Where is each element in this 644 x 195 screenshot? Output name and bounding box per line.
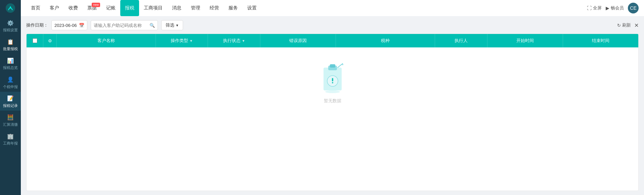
search-box[interactable]: 🔍 (91, 20, 158, 30)
select-all-checkbox[interactable] (33, 38, 37, 43)
table-header: ⚙ 客户名称 操作类型 ▼ 执行状态 ▼ 错误原因 (27, 34, 638, 47)
nav-customer[interactable]: 客户 (45, 0, 64, 16)
batch-tax-icon: 📋 (6, 38, 14, 46)
th-start-time: 开始时间 (487, 34, 563, 47)
personal-tax-icon: 👤 (6, 76, 14, 84)
filter-label: 筛选 (166, 22, 174, 28)
nav-baoshui[interactable]: 报税 (120, 0, 139, 16)
th-type: 操作类型 ▼ (156, 34, 208, 47)
table-container: ⚙ 客户名称 操作类型 ▼ 执行状态 ▼ 错误原因 (26, 34, 639, 191)
video-icon: ▶ (606, 5, 609, 11)
th-status: 执行状态 ▼ (208, 34, 260, 47)
annual-report-icon: 🏢 (6, 132, 14, 140)
fullscreen-icon: ⛶ (587, 5, 592, 11)
settlement-icon: 🧮 (6, 113, 14, 121)
content-area: 操作日期： 2023-06-06 📅 🔍 筛选 ▼ ↻ 刷新 (21, 16, 644, 195)
sidebar-logo (0, 0, 21, 16)
nav-home[interactable]: 首页 (26, 0, 45, 16)
nav-piao[interactable]: 票据 new (83, 0, 101, 16)
th-error: 错误原因 (260, 34, 336, 47)
avatar[interactable]: CE (628, 3, 639, 13)
svg-rect-3 (330, 64, 335, 68)
top-nav: 首页 客户 收费 票据 new 记账 报税 工商项目 消息 管理 经营 (21, 0, 644, 16)
main-area: 首页 客户 收费 票据 new 记账 报税 工商项目 消息 管理 经营 (21, 0, 644, 195)
sidebar-item-geshuishenbao[interactable]: 👤 个税申报 (0, 73, 21, 92)
nav-shezhi[interactable]: 设置 (243, 0, 261, 16)
new-badge: new (92, 3, 100, 7)
nav-guanli[interactable]: 管理 (186, 0, 205, 16)
sort-type-icon: ▼ (189, 39, 193, 43)
close-button[interactable]: ✕ (634, 22, 639, 29)
sidebar: ⚙️ 报税设置 📋 批量报税 📊 报税总览 👤 个税申报 📝 报税记录 🧮 汇算… (0, 0, 21, 195)
th-name: 客户名称 (57, 34, 156, 47)
sidebar-item-baoshuishezhi[interactable]: ⚙️ 报税设置 (0, 16, 21, 35)
th-end-time: 结束时间 (563, 34, 638, 47)
svg-point-9 (325, 90, 340, 93)
nav-right: ⛶ 全屏 ▶ 畅会员 CE (587, 3, 639, 13)
date-label: 操作日期： (26, 22, 48, 28)
svg-line-7 (338, 64, 343, 68)
fullscreen-button[interactable]: ⛶ 全屏 (587, 5, 602, 11)
page-content: 操作日期： 2023-06-06 📅 🔍 筛选 ▼ ↻ 刷新 (21, 16, 644, 195)
th-tax: 税种 (336, 34, 435, 47)
column-settings-icon: ⚙ (48, 38, 52, 43)
th-settings[interactable]: ⚙ (43, 34, 57, 47)
toolbar-right: ↻ 刷新 ✕ (617, 22, 639, 29)
toolbar: 操作日期： 2023-06-06 📅 🔍 筛选 ▼ ↻ 刷新 (26, 20, 639, 30)
sort-status-icon: ▼ (242, 39, 245, 43)
tax-record-icon: 📝 (6, 94, 14, 103)
svg-point-6 (332, 82, 333, 83)
th-executor: 执行人 (435, 34, 487, 47)
sidebar-item-baoshuijilu[interactable]: 📝 报税记录 (0, 92, 21, 111)
nav-jingying[interactable]: 经营 (205, 0, 224, 16)
search-icon: 🔍 (149, 23, 155, 28)
chevron-down-icon: ▼ (176, 24, 179, 27)
sidebar-item-gongshangnianbao[interactable]: 🏢 工商年报 (0, 129, 21, 148)
search-input[interactable] (94, 23, 147, 28)
refresh-icon: ↻ (617, 23, 621, 28)
nav-gongshangxiangmu[interactable]: 工商项目 (139, 0, 167, 16)
empty-illustration (317, 61, 348, 94)
nav-xiaoxi[interactable]: 消息 (167, 0, 186, 16)
sidebar-item-huisuanqingse[interactable]: 🧮 汇算清缴 (0, 111, 21, 129)
nav-shoufei[interactable]: 收费 (64, 0, 83, 16)
filter-button[interactable]: 筛选 ▼ (161, 20, 183, 30)
settings-icon: ⚙️ (6, 19, 14, 27)
calendar-icon: 📅 (79, 23, 84, 28)
sidebar-item-baoshuizonglan[interactable]: 📊 报税总览 (0, 54, 21, 73)
sidebar-item-piliangshuishu[interactable]: 📋 批量报税 (0, 35, 21, 54)
table-body: 暂无数据 (27, 47, 638, 148)
nav-jizhu[interactable]: 记账 (101, 0, 120, 16)
overview-icon: 📊 (6, 56, 14, 65)
empty-text: 暂无数据 (324, 98, 341, 104)
svg-rect-5 (332, 78, 333, 81)
date-value: 2023-06-06 (54, 23, 77, 28)
refresh-button[interactable]: ↻ 刷新 (617, 22, 631, 28)
date-input[interactable]: 2023-06-06 📅 (51, 20, 87, 30)
close-icon: ✕ (634, 22, 639, 29)
member-button[interactable]: ▶ 畅会员 (606, 5, 624, 11)
th-check[interactable] (27, 34, 43, 47)
nav-fuwu[interactable]: 服务 (224, 0, 243, 16)
empty-state: 暂无数据 (27, 47, 638, 117)
